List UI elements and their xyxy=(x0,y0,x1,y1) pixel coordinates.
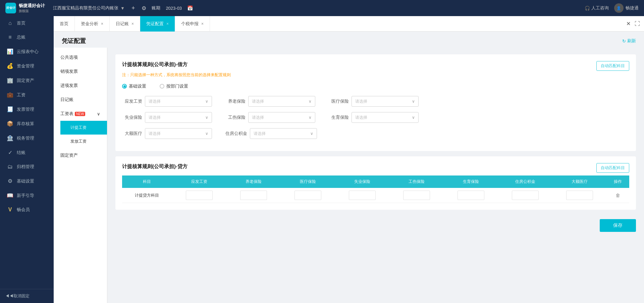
user-info[interactable]: 👤 畅捷通 xyxy=(614,3,639,13)
debit-note: 注：只能选择一种方式，系统将按照您当前的选择来配置规则 xyxy=(122,72,629,78)
input-housing[interactable] xyxy=(512,191,539,200)
left-menu-calc-salary[interactable]: 计提工资 xyxy=(60,121,107,135)
tab-voucher[interactable]: 凭证配置 × xyxy=(140,16,175,32)
new-badge: NEW xyxy=(75,112,85,116)
ai-consult-button[interactable]: 🎧 人工咨询 xyxy=(585,5,609,11)
add-button[interactable]: + xyxy=(130,3,137,13)
left-menu-purchase-invoice[interactable]: 进项发票 xyxy=(54,79,107,93)
select-unemployment[interactable]: 请选择 ∨ xyxy=(145,112,212,123)
cell-unemployment xyxy=(335,188,389,203)
credit-section: 计提核算规则(公司承担)-贷方 自动匹配科目 科目 应发工资 养老保险 医疗保险 xyxy=(115,156,636,210)
sidebar-item-ledger[interactable]: ≡ 总账 xyxy=(0,30,54,44)
sidebar-label-close: 结账 xyxy=(17,150,25,156)
sidebar: ⌂ 首页 ≡ 总账 📊 云报表中心 💰 资金管理 🏢 固定资产 💼 工资 xyxy=(0,16,54,303)
th-major-medical: 大额医疗 xyxy=(552,175,607,188)
sidebar-item-basic[interactable]: ⚙ 基础设置 xyxy=(0,174,54,188)
field-housing-fund: 住房公积金 请选择 ∨ xyxy=(225,128,317,139)
expand-tab-button[interactable]: ⛶ xyxy=(635,21,640,27)
debit-auto-match-button[interactable]: 自动匹配科目 xyxy=(596,61,629,71)
input-medical[interactable] xyxy=(294,191,321,200)
cancel-fixed-label: ◀◀取消固定 xyxy=(5,293,30,299)
tab-journal[interactable]: 日记账 × xyxy=(110,16,140,32)
sidebar-label-inventory: 库存核算 xyxy=(17,121,34,127)
input-unemployment[interactable] xyxy=(349,191,376,200)
company-selector[interactable]: 江西服宝精品有限责任公司内账张 ▼ xyxy=(53,5,125,11)
select-injury[interactable]: 请选择 ∨ xyxy=(248,112,315,123)
sidebar-item-reports[interactable]: 📊 云报表中心 xyxy=(0,44,54,59)
select-major-medical[interactable]: 请选择 ∨ xyxy=(145,128,212,139)
select-maternity[interactable]: 请选择 ∨ xyxy=(352,112,419,123)
table-row: 计提贷方科目 🗑 xyxy=(122,188,629,203)
select-housing-fund[interactable]: 请选择 ∨ xyxy=(250,128,317,139)
radio-basic[interactable]: 基础设置 xyxy=(122,83,146,89)
delete-row-button[interactable]: 🗑 xyxy=(615,193,620,198)
label-pension: 养老保险 xyxy=(225,98,246,104)
tab-tax[interactable]: 个税申报 × xyxy=(175,16,210,32)
calendar-icon[interactable]: 📅 xyxy=(187,5,193,11)
select-housing-arrow: ∨ xyxy=(310,131,313,136)
radio-basic-circle xyxy=(122,84,127,89)
sidebar-item-home[interactable]: ⌂ 首页 xyxy=(0,16,54,30)
settings-button[interactable]: ⚙ xyxy=(140,4,148,13)
left-menu-public[interactable]: 公共选项 xyxy=(54,50,107,64)
input-gross[interactable] xyxy=(186,191,213,200)
label-gross-salary: 应发工资 xyxy=(122,98,142,104)
sidebar-item-vip[interactable]: V 畅会员 xyxy=(0,203,54,217)
radio-dept-circle xyxy=(160,84,164,89)
left-menu-fixed-assets[interactable]: 固定资产 xyxy=(54,148,107,162)
logo-icon: 好会计 xyxy=(5,3,16,13)
sidebar-item-fund[interactable]: 💰 资金管理 xyxy=(0,59,54,73)
tab-home[interactable]: 首页 xyxy=(54,16,75,32)
field-major-medical: 大额医疗 请选择 ∨ xyxy=(122,128,212,139)
input-injury[interactable] xyxy=(403,191,430,200)
save-button[interactable]: 保存 xyxy=(600,219,636,232)
th-housing: 住房公积金 xyxy=(498,175,552,188)
page-title: 凭证配置 xyxy=(62,37,86,45)
tab-fund-close[interactable]: × xyxy=(101,21,103,26)
left-menu-journal[interactable]: 日记账 xyxy=(54,93,107,107)
tab-journal-close[interactable]: × xyxy=(131,21,134,26)
sidebar-item-tax[interactable]: 🏦 税务管理 xyxy=(0,131,54,145)
label-unemployment: 失业保险 xyxy=(122,114,142,120)
tab-fund[interactable]: 资金分析 × xyxy=(75,16,110,32)
tab-voucher-close[interactable]: × xyxy=(166,21,169,26)
field-gross-salary: 应发工资 请选择 ∨ xyxy=(122,96,212,107)
input-major-medical[interactable] xyxy=(566,191,593,200)
label-major-medical: 大额医疗 xyxy=(122,131,142,137)
cancel-fixed-button[interactable]: ◀◀取消固定 xyxy=(0,289,54,303)
select-gross-salary[interactable]: 请选择 ∨ xyxy=(145,96,212,107)
close-tab-button[interactable]: ✕ xyxy=(626,20,631,27)
credit-auto-match-button[interactable]: 自动匹配科目 xyxy=(596,163,629,173)
label-medical: 医疗保险 xyxy=(329,98,349,104)
radio-basic-label: 基础设置 xyxy=(129,83,146,89)
left-menu-sales-invoice[interactable]: 销项发票 xyxy=(54,64,107,79)
input-maternity[interactable] xyxy=(458,191,484,200)
sidebar-item-close[interactable]: ✓ 结账 xyxy=(0,145,54,160)
inventory-icon: 📦 xyxy=(7,120,13,127)
select-unemployment-placeholder: 请选择 xyxy=(149,115,161,120)
left-menu: 公共选项 销项发票 进项发票 日记账 工资表 NEW ∨ 计提工资 发放工资 固… xyxy=(54,48,107,303)
refresh-button[interactable]: ↻ 刷新 xyxy=(622,38,636,44)
table-header-row: 科目 应发工资 养老保险 医疗保险 失业保险 工伤保险 生育保险 住房公积金 大… xyxy=(122,175,629,188)
sidebar-item-archive[interactable]: 🗂 归档管理 xyxy=(0,160,54,174)
sidebar-label-salary: 工资 xyxy=(17,92,25,98)
close-account-icon: ✓ xyxy=(7,149,13,156)
select-pension[interactable]: 请选择 ∨ xyxy=(248,96,315,107)
sidebar-label-tax: 税务管理 xyxy=(17,135,34,141)
debit-section: 计提核算规则(公司承担)-借方 自动匹配科目 注：只能选择一种方式，系统将按照您… xyxy=(115,54,636,151)
select-medical[interactable]: 请选择 ∨ xyxy=(352,96,419,107)
tabs-bar: 首页 资金分析 × 日记账 × 凭证配置 × 个税申报 × xyxy=(54,16,644,32)
sidebar-item-salary[interactable]: 💼 工资 xyxy=(0,88,54,102)
tab-tax-close[interactable]: × xyxy=(201,21,204,26)
sidebar-item-inventory[interactable]: 📦 库存核算 xyxy=(0,116,54,131)
sidebar-item-guide[interactable]: 📖 新手引导 xyxy=(0,188,54,203)
sidebar-item-invoice[interactable]: 🧾 发票管理 xyxy=(0,102,54,116)
label-maternity: 生育保险 xyxy=(329,114,349,120)
left-menu-pay-salary[interactable]: 发放工资 xyxy=(60,135,107,148)
radio-dept[interactable]: 按部门设置 xyxy=(160,83,188,89)
save-area: 保存 xyxy=(115,215,636,252)
input-pension[interactable] xyxy=(240,191,267,200)
left-menu-salary-table[interactable]: 工资表 NEW ∨ xyxy=(54,107,107,121)
sidebar-item-fixed[interactable]: 🏢 固定资产 xyxy=(0,73,54,88)
cell-gross xyxy=(172,188,226,203)
